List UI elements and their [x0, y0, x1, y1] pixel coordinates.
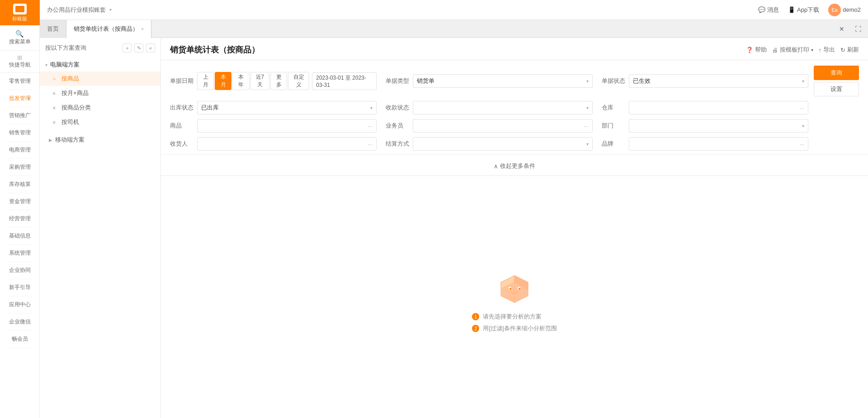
sidebar-item-0[interactable]: 零售管理▾	[7, 73, 33, 90]
settlement-label: 结算方式	[386, 140, 413, 148]
workspace-dropdown-icon[interactable]: ▾	[109, 7, 112, 12]
out-status-label: 出库状态	[170, 104, 197, 112]
filter-inner: 单据日期 上月 本月 本年 近7天 更多 自定义 20	[161, 60, 868, 151]
section-desktop-title[interactable]: ▾ 电脑端方案	[40, 58, 160, 71]
refresh-btn[interactable]: ↻ 刷新	[840, 46, 859, 54]
workspace-area: 办公用品行业模拟账套 ▾	[47, 6, 112, 14]
tab-bar-actions: ✕ ⛶	[835, 23, 868, 35]
user-menu[interactable]: Ea demo2	[828, 4, 861, 16]
product-control[interactable]: ···	[197, 119, 377, 133]
sidebar-item-8[interactable]: 经营管理	[7, 210, 33, 228]
dept-arrow-icon: ▾	[802, 124, 804, 128]
sidebar-item-14[interactable]: 企业微信	[7, 314, 33, 331]
app-name: 标账版	[12, 15, 27, 22]
download-icon: 📱	[788, 6, 795, 13]
filter-row-2: 出库状态 已出库 ▾ 收款状态 ▾	[170, 101, 859, 114]
scheme-item-by-month-product[interactable]: ≡ 按月+商品	[40, 86, 160, 100]
sales-person-dots-icon: ···	[584, 123, 589, 129]
panel-add-btn[interactable]: ＋	[123, 43, 132, 52]
help-btn[interactable]: ❓ 帮助	[746, 46, 767, 54]
scheme-item-by-product[interactable]: ○ 按商品	[40, 71, 160, 86]
doc-status-arrow-icon: ▾	[802, 79, 804, 84]
settings-btn[interactable]: 设置	[814, 82, 859, 96]
sidebar-item-2[interactable]: 营销推广	[7, 107, 33, 124]
date-btn-custom[interactable]: 自定义	[288, 72, 309, 90]
sidebar-item-5[interactable]: 采购管理	[7, 159, 33, 176]
settlement-arrow-icon: ▾	[586, 142, 589, 147]
sidebar-item-11[interactable]: 企业协同	[7, 262, 33, 279]
sidebar-item-9[interactable]: 基础信息	[7, 228, 33, 245]
sidebar-item-1[interactable]: 批发管理▾	[7, 90, 33, 107]
mobile-section-arrow: ▶	[49, 138, 52, 142]
tab-close-window-btn[interactable]: ✕	[835, 23, 848, 35]
message-label: 消息	[767, 6, 779, 14]
filter-row-4: 收货人 ··· 结算方式 ▾	[170, 137, 859, 151]
sidebar-item-search[interactable]: 🔍 搜索菜单	[0, 25, 39, 51]
sidebar-item-3[interactable]: 销售管理	[7, 124, 33, 142]
title-actions: ❓ 帮助 🖨 按模板打印 ▾ ↑ 导出 ↻ 刷新	[746, 46, 859, 54]
scheme-label-2: 按月+商品	[61, 89, 89, 97]
settlement-control[interactable]: ▾	[413, 137, 592, 151]
tip-num-1: 1	[472, 313, 479, 320]
sidebar-item-6[interactable]: 库存核算	[7, 176, 33, 193]
tab-active[interactable]: 销货单统计表（按商品） ×	[66, 20, 151, 38]
scheme-icon-3: ≡	[51, 104, 58, 111]
filter-payment-status-field: 收款状态 ▾	[386, 101, 592, 114]
brand-control[interactable]: ···	[629, 137, 808, 151]
scheme-item-by-category[interactable]: ≡ 按商品分类	[40, 100, 160, 115]
scheme-item-by-driver[interactable]: ≡ 按司机	[40, 115, 160, 129]
page-title: 销货单统计表（按商品）	[170, 44, 259, 55]
receiver-label: 收货人	[170, 140, 197, 148]
tab-close-icon[interactable]: ×	[141, 26, 144, 32]
collapse-btn[interactable]: ∧ 收起更多条件	[494, 159, 535, 173]
active-tab-label: 销货单统计表（按商品）	[74, 25, 138, 33]
top-header: 办公用品行业模拟账套 ▾ 💬 消息 📱 App下载 Ea demo2	[40, 0, 868, 20]
sidebar-item-nav[interactable]: ⊞ 快捷导航	[0, 51, 39, 73]
tab-bar: 首页 销货单统计表（按商品） × ✕ ⛶	[40, 20, 868, 38]
query-btn[interactable]: 查询	[814, 66, 859, 80]
sidebar-item-13[interactable]: 应用中心	[7, 296, 33, 314]
brand-label: 品牌	[602, 140, 629, 148]
sidebar-item-12[interactable]: 新手引导	[7, 279, 33, 296]
out-status-control[interactable]: 已出库 ▾	[197, 101, 377, 114]
scheme-label-4: 按司机	[61, 118, 79, 126]
sales-person-control[interactable]: ···	[413, 119, 592, 133]
print-btn[interactable]: 🖨 按模板打印 ▾	[772, 46, 813, 54]
svg-point-6	[509, 288, 511, 290]
dept-control[interactable]: ▾	[629, 119, 808, 133]
app-logo: 标账版	[0, 0, 40, 25]
date-btn-this-year[interactable]: 本年	[232, 72, 249, 90]
date-btn-more[interactable]: 更多	[270, 72, 287, 90]
tab-maximize-btn[interactable]: ⛶	[852, 23, 864, 35]
filter-row-1: 单据日期 上月 本月 本年 近7天 更多 自定义 20	[170, 66, 859, 96]
doc-type-control[interactable]: 销货单 ▾	[413, 74, 592, 88]
panel-section-mobile: ▶ 移动端方案	[40, 131, 160, 148]
sidebar-item-4[interactable]: 电商管理	[7, 142, 33, 159]
sales-person-label: 业务员	[386, 122, 413, 130]
panel-edit-btn[interactable]: ✎	[134, 43, 143, 52]
section-mobile-title[interactable]: ▶ 移动端方案	[40, 133, 160, 147]
scheme-label-3: 按商品分类	[61, 104, 91, 112]
content-area: 按以下方案查询 ＋ ✎ « ▾ 电脑端方案 ○ 按商品 ≡ 按	[40, 38, 868, 418]
date-btn-last-month[interactable]: 上月	[197, 72, 214, 90]
export-btn[interactable]: ↑ 导出	[819, 46, 835, 54]
warehouse-control[interactable]: ···	[629, 101, 808, 114]
sidebar-item-10[interactable]: 系统管理	[7, 245, 33, 262]
filter-settlement-field: 结算方式 ▾	[386, 137, 592, 151]
receiver-control[interactable]: ···	[197, 137, 377, 151]
payment-status-control[interactable]: ▾	[413, 101, 592, 114]
sidebar-item-15[interactable]: 畅会员	[7, 331, 33, 348]
print-arrow-icon: ▾	[811, 48, 813, 52]
empty-illustration	[492, 262, 537, 307]
app-download-btn[interactable]: 📱 App下载	[788, 6, 819, 14]
logo-icon	[13, 4, 27, 14]
tab-home[interactable]: 首页	[40, 20, 66, 38]
message-btn[interactable]: 💬 消息	[758, 6, 779, 14]
sidebar-item-arrow-0: ▾	[28, 79, 30, 84]
panel-collapse-btn[interactable]: «	[146, 43, 155, 52]
date-btn-this-month[interactable]: 本月	[215, 72, 231, 90]
date-btn-7days[interactable]: 近7天	[250, 72, 270, 90]
sidebar-item-7[interactable]: 资金管理	[7, 193, 33, 210]
collapse-chevron-icon: ∧	[494, 163, 498, 170]
doc-status-control[interactable]: 已生效 ▾	[629, 74, 808, 88]
